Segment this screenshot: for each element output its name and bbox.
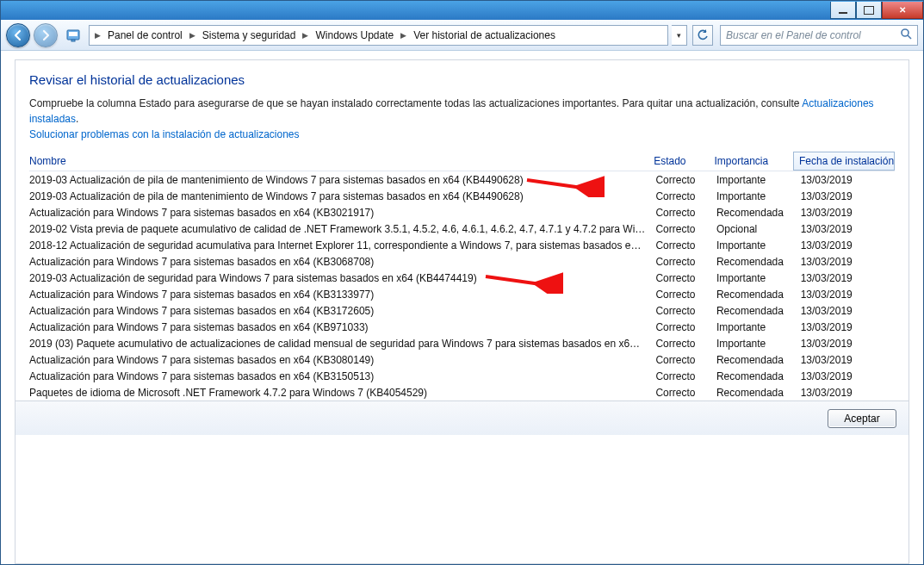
- table-row[interactable]: Actualización para Windows 7 para sistem…: [29, 368, 895, 384]
- cell-importance: Recomendada: [711, 207, 796, 219]
- cell-date: 13/03/2019: [796, 321, 895, 333]
- cell-importance: Importante: [711, 338, 796, 350]
- cell-state: Correcto: [650, 387, 710, 399]
- breadcrumb-item[interactable]: Windows Update: [310, 29, 399, 41]
- table-row[interactable]: Actualización para Windows 7 para sistem…: [29, 302, 895, 319]
- cell-name: 2018-12 Actualización de seguridad acumu…: [29, 239, 650, 251]
- cell-state: Correcto: [650, 289, 710, 301]
- titlebar: [1, 1, 923, 20]
- table-row[interactable]: 2018-12 Actualización de seguridad acumu…: [29, 237, 895, 253]
- cell-importance: Importante: [711, 239, 796, 251]
- cell-importance: Recomendada: [711, 305, 796, 317]
- minimize-button[interactable]: [830, 2, 856, 19]
- back-button[interactable]: [6, 23, 30, 47]
- desc-suffix: .: [76, 113, 78, 125]
- cell-date: 13/03/2019: [796, 174, 895, 186]
- maximize-button[interactable]: [856, 2, 882, 19]
- control-panel-icon: [65, 27, 82, 44]
- cell-date: 13/03/2019: [796, 239, 895, 251]
- cell-importance: Recomendada: [711, 370, 796, 382]
- breadcrumb-item[interactable]: Panel de control: [102, 29, 188, 41]
- cell-name: Actualización para Windows 7 para sistem…: [29, 370, 650, 382]
- table-row[interactable]: Actualización para Windows 7 para sistem…: [29, 319, 895, 335]
- column-header-name[interactable]: Nombre: [29, 155, 648, 167]
- panel-header: Revisar el historial de actualizaciones …: [16, 60, 908, 400]
- cell-state: Correcto: [650, 256, 710, 268]
- updates-table: Nombre Estado Importancia Fecha de insta…: [29, 151, 895, 400]
- cell-state: Correcto: [650, 305, 710, 317]
- search-input[interactable]: Buscar en el Panel de control: [720, 25, 918, 46]
- table-row[interactable]: Actualización para Windows 7 para sistem…: [29, 204, 895, 220]
- cell-name: 2019-02 Vista previa de paquete acumulat…: [29, 223, 650, 235]
- chevron-right-icon: ▶: [93, 31, 102, 40]
- cell-name: Actualización para Windows 7 para sistem…: [29, 321, 650, 333]
- page-title: Revisar el historial de actualizaciones: [29, 72, 895, 87]
- cell-date: 13/03/2019: [796, 387, 895, 399]
- breadcrumb-item[interactable]: Sistema y seguridad: [197, 29, 301, 41]
- table-row[interactable]: 2019-03 Actualización de seguridad para …: [29, 270, 895, 286]
- cell-date: 13/03/2019: [796, 338, 895, 350]
- cell-state: Correcto: [650, 223, 710, 235]
- close-button[interactable]: [882, 2, 923, 19]
- breadcrumb[interactable]: ▶ Panel de control ▶ Sistema y seguridad…: [89, 25, 668, 46]
- cell-name: Actualización para Windows 7 para sistem…: [29, 354, 650, 366]
- troubleshoot-link[interactable]: Solucionar problemas con la instalación …: [29, 128, 300, 140]
- cell-importance: Recomendada: [711, 354, 796, 366]
- table-row[interactable]: Actualización para Windows 7 para sistem…: [29, 351, 895, 368]
- breadcrumb-dropdown[interactable]: ▾: [672, 25, 687, 46]
- footer: Aceptar: [16, 400, 908, 435]
- search-placeholder: Buscar en el Panel de control: [726, 29, 861, 41]
- cell-name: Paquetes de idioma de Microsoft .NET Fra…: [29, 387, 650, 399]
- cell-date: 13/03/2019: [796, 256, 895, 268]
- cell-name: 2019-03 Actualización de pila de manteni…: [29, 190, 650, 202]
- table-row[interactable]: 2019-02 Vista previa de paquete acumulat…: [29, 220, 895, 237]
- chevron-right-icon: ▶: [399, 31, 408, 40]
- column-header-date[interactable]: Fecha de instalación: [793, 152, 895, 171]
- table-row[interactable]: 2019 (03) Paquete acumulativo de actuali…: [29, 335, 895, 351]
- cell-name: Actualización para Windows 7 para sistem…: [29, 256, 650, 268]
- cell-name: Actualización para Windows 7 para sistem…: [29, 289, 650, 301]
- cell-importance: Recomendada: [711, 387, 796, 399]
- desc-text: Compruebe la columna Estado para asegura…: [29, 97, 802, 109]
- page-description: Compruebe la columna Estado para asegura…: [29, 96, 895, 142]
- cell-state: Correcto: [650, 338, 710, 350]
- svg-point-3: [902, 29, 908, 36]
- cell-name: 2019 (03) Paquete acumulativo de actuali…: [29, 338, 650, 350]
- table-row[interactable]: 2019-03 Actualización de pila de manteni…: [29, 171, 895, 188]
- cell-date: 13/03/2019: [796, 272, 895, 284]
- navigation-bar: ▶ Panel de control ▶ Sistema y seguridad…: [1, 20, 923, 51]
- table-row[interactable]: Actualización para Windows 7 para sistem…: [29, 286, 895, 302]
- cell-state: Correcto: [650, 174, 710, 186]
- cell-state: Correcto: [650, 354, 710, 366]
- cell-state: Correcto: [650, 321, 710, 333]
- table-row[interactable]: Actualización para Windows 7 para sistem…: [29, 253, 895, 270]
- search-icon: [900, 28, 912, 42]
- cell-name: 2019-03 Actualización de seguridad para …: [29, 272, 650, 284]
- breadcrumb-item[interactable]: Ver historial de actualizaciones: [408, 29, 561, 41]
- accept-button[interactable]: Aceptar: [828, 409, 896, 428]
- cell-importance: Recomendada: [711, 256, 796, 268]
- table-row[interactable]: 2019-03 Actualización de pila de manteni…: [29, 188, 895, 204]
- cell-importance: Importante: [711, 321, 796, 333]
- cell-date: 13/03/2019: [796, 190, 895, 202]
- svg-line-4: [908, 35, 911, 39]
- cell-date: 13/03/2019: [796, 305, 895, 317]
- forward-button[interactable]: [34, 23, 58, 47]
- cell-importance: Recomendada: [711, 289, 796, 301]
- table-header: Nombre Estado Importancia Fecha de insta…: [29, 151, 895, 171]
- column-header-state[interactable]: Estado: [648, 155, 709, 167]
- cell-importance: Importante: [711, 190, 796, 202]
- column-header-importance[interactable]: Importancia: [709, 155, 793, 167]
- cell-date: 13/03/2019: [796, 223, 895, 235]
- refresh-button[interactable]: [692, 25, 713, 46]
- cell-name: Actualización para Windows 7 para sistem…: [29, 305, 650, 317]
- cell-state: Correcto: [650, 190, 710, 202]
- chevron-right-icon: ▶: [188, 31, 197, 40]
- table-body: 2019-03 Actualización de pila de manteni…: [29, 171, 895, 400]
- table-row[interactable]: Paquetes de idioma de Microsoft .NET Fra…: [29, 384, 895, 400]
- main-panel: Revisar el historial de actualizaciones …: [15, 59, 909, 564]
- cell-name: 2019-03 Actualización de pila de manteni…: [29, 174, 650, 186]
- svg-rect-2: [71, 40, 75, 41]
- cell-date: 13/03/2019: [796, 207, 895, 219]
- cell-state: Correcto: [650, 239, 710, 251]
